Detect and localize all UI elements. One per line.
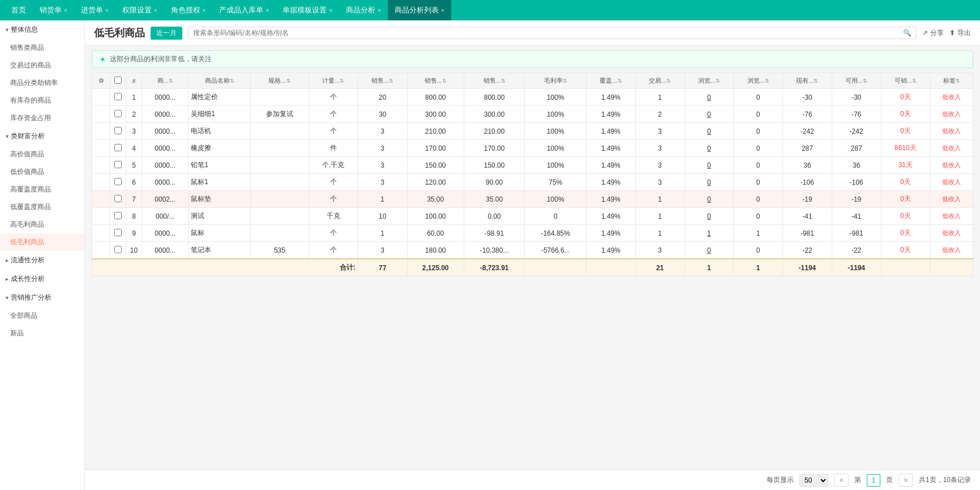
row-checkbox-4[interactable] xyxy=(114,144,122,151)
search-icon[interactable]: 🔍 xyxy=(903,29,911,37)
sidebar-item-high-margin[interactable]: 高毛利商品 xyxy=(0,216,84,233)
sidebar-item-high-coverage[interactable]: 高覆盖度商品 xyxy=(0,181,84,198)
row-check[interactable] xyxy=(110,157,126,174)
th-code[interactable]: 商...⇅ xyxy=(142,73,189,89)
browse1-value[interactable]: 0 xyxy=(707,195,711,203)
nav-close-purchase[interactable]: × xyxy=(105,7,109,14)
prev-page-button[interactable]: ＜ xyxy=(834,474,849,487)
th-coverage[interactable]: 覆盖...⇅ xyxy=(587,73,636,89)
share-button[interactable]: ↗ 分享 xyxy=(922,28,944,38)
search-input[interactable] xyxy=(193,29,901,37)
sidebar-item-high-value[interactable]: 高价值商品 xyxy=(0,146,84,163)
row-check[interactable] xyxy=(110,123,126,140)
row-checkbox-8[interactable] xyxy=(114,212,122,219)
export-button[interactable]: ⬆ 导出 xyxy=(949,28,971,38)
row-check[interactable] xyxy=(110,174,126,191)
th-name[interactable]: 商品名称⇅ xyxy=(189,73,251,89)
row-browse1[interactable]: 0 xyxy=(684,174,734,191)
sidebar-group-growth[interactable]: ▸ 成长性分析 xyxy=(0,270,84,288)
th-browse2[interactable]: 浏览...⇅ xyxy=(734,73,783,89)
row-browse1[interactable]: 0 xyxy=(684,106,734,123)
nav-products[interactable]: 产成品入库单 × xyxy=(212,0,276,20)
nav-purchase[interactable]: 进货单 × xyxy=(74,0,115,20)
browse1-value[interactable]: 0 xyxy=(707,161,711,169)
sidebar-item-capital[interactable]: 库存资金占用 xyxy=(0,109,84,127)
nav-home[interactable]: 首页 xyxy=(5,0,33,20)
browse1-value[interactable]: 0 xyxy=(707,178,711,186)
th-available[interactable]: 可用...⇅ xyxy=(832,73,881,89)
browse1-value[interactable]: 0 xyxy=(707,127,711,135)
th-browse1[interactable]: 浏览...⇅ xyxy=(684,73,734,89)
nav-close-template[interactable]: × xyxy=(329,7,332,14)
sidebar-item-new-goods[interactable]: 新品 xyxy=(0,325,84,342)
row-checkbox-7[interactable] xyxy=(114,195,122,202)
nav-sales[interactable]: 销货单 × xyxy=(33,0,74,20)
sidebar-item-category-rate[interactable]: 商品分类助销率 xyxy=(0,74,84,92)
th-spec[interactable]: 规格...⇅ xyxy=(251,73,309,89)
th-sales-qty[interactable]: 销售...⇅ xyxy=(358,73,407,89)
next-page-button[interactable]: ＞ xyxy=(898,474,913,487)
row-browse1[interactable]: 1 xyxy=(684,225,734,242)
row-check[interactable] xyxy=(110,140,126,157)
nav-goods-analysis[interactable]: 商品分析 × xyxy=(339,0,388,20)
nav-close-goods-analysis[interactable]: × xyxy=(378,7,381,14)
row-checkbox-3[interactable] xyxy=(114,127,122,134)
sidebar-item-low-value[interactable]: 低价值商品 xyxy=(0,163,84,181)
sidebar-group-marketing[interactable]: ▾ 营销推广分析 xyxy=(0,288,84,307)
nav-goods-analysis-list[interactable]: 商品分析列表 × xyxy=(388,0,451,20)
sidebar-item-traded-goods[interactable]: 交易过的商品 xyxy=(0,57,84,74)
row-browse1[interactable]: 0 xyxy=(684,191,734,208)
row-checkbox-9[interactable] xyxy=(114,229,122,236)
th-sales-profit[interactable]: 销售...⇅ xyxy=(464,73,525,89)
browse1-value[interactable]: 0 xyxy=(707,93,711,101)
th-transactions[interactable]: 交易...⇅ xyxy=(635,73,684,89)
nav-permissions[interactable]: 权限设置 × xyxy=(115,0,164,20)
browse1-value[interactable]: 1 xyxy=(707,229,711,237)
nav-close-roles[interactable]: × xyxy=(203,7,206,14)
row-check[interactable] xyxy=(110,89,126,106)
sidebar-group-wealth[interactable]: ▾ 类财富分析 xyxy=(0,127,84,146)
row-checkbox-6[interactable] xyxy=(114,178,122,185)
th-check[interactable] xyxy=(110,73,126,89)
th-sellable[interactable]: 可销...⇅ xyxy=(881,73,930,89)
sidebar-item-low-margin[interactable]: 低毛利商品 xyxy=(0,233,84,251)
sidebar-item-low-coverage[interactable]: 低覆盖度商品 xyxy=(0,198,84,216)
th-current-stock[interactable]: 现有...⇅ xyxy=(783,73,832,89)
browse1-value[interactable]: 0 xyxy=(707,144,711,152)
row-browse1[interactable]: 0 xyxy=(684,208,734,225)
nav-close-products[interactable]: × xyxy=(266,7,269,14)
per-page-select[interactable]: 50 100 200 xyxy=(799,474,828,487)
row-checkbox-5[interactable] xyxy=(114,161,122,168)
sidebar-item-sales-goods[interactable]: 销售类商品 xyxy=(0,39,84,57)
row-browse1[interactable]: 0 xyxy=(684,242,734,259)
row-browse1[interactable]: 0 xyxy=(684,89,734,106)
row-browse1[interactable]: 0 xyxy=(684,140,734,157)
row-check[interactable] xyxy=(110,191,126,208)
row-browse1[interactable]: 0 xyxy=(684,157,734,174)
row-checkbox-2[interactable] xyxy=(114,110,122,117)
row-checkbox-1[interactable] xyxy=(114,93,122,100)
nav-close-goods-analysis-list[interactable]: × xyxy=(441,7,444,14)
row-browse1[interactable]: 0 xyxy=(684,123,734,140)
row-check[interactable] xyxy=(110,242,126,259)
th-gross-rate[interactable]: 毛利率⇅ xyxy=(525,73,587,89)
browse1-value[interactable]: 0 xyxy=(707,110,711,118)
browse1-value[interactable]: 0 xyxy=(707,212,711,220)
th-tag[interactable]: 标签⇅ xyxy=(930,73,973,89)
th-sales-amount[interactable]: 销售...⇅ xyxy=(407,73,464,89)
select-all-checkbox[interactable] xyxy=(114,76,122,84)
browse1-value[interactable]: 0 xyxy=(707,246,711,254)
settings-icon[interactable]: ⚙ xyxy=(99,77,104,84)
sidebar-item-in-stock[interactable]: 有库存的商品 xyxy=(0,92,84,109)
row-check[interactable] xyxy=(110,106,126,123)
sidebar-item-all-goods[interactable]: 全部商品 xyxy=(0,307,84,325)
nav-close-permissions[interactable]: × xyxy=(154,7,157,14)
nav-close-sales[interactable]: × xyxy=(64,7,67,14)
row-check[interactable] xyxy=(110,208,126,225)
nav-template[interactable]: 单据模板设置 × xyxy=(276,0,339,20)
row-check[interactable] xyxy=(110,225,126,242)
sidebar-group-circulation[interactable]: ▸ 流通性分析 xyxy=(0,251,84,270)
nav-roles[interactable]: 角色授权 × xyxy=(164,0,213,20)
sidebar-group-overall[interactable]: ▾ 整体信息 xyxy=(0,20,84,39)
row-checkbox-10[interactable] xyxy=(114,246,122,253)
